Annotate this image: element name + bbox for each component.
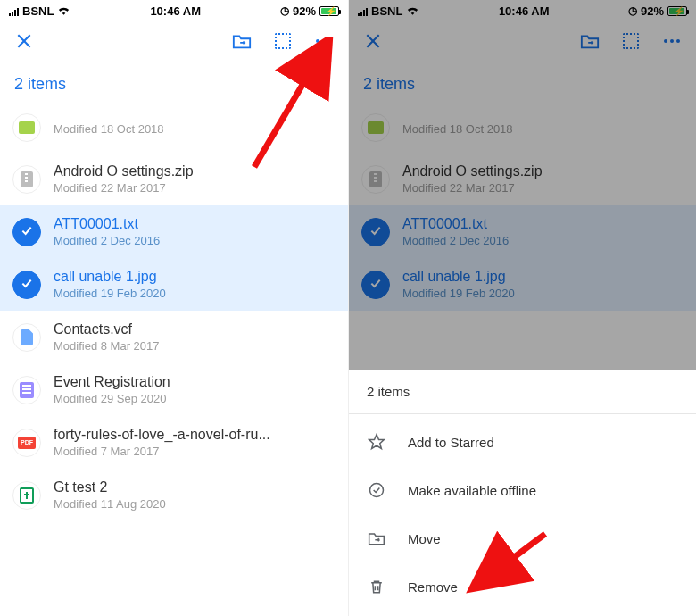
carrier-name: BSNL bbox=[22, 4, 54, 18]
file-name: Contacts.vcf bbox=[54, 321, 336, 337]
file-list: Modified 18 Oct 2018Android O settings.z… bbox=[349, 103, 696, 311]
file-row[interactable]: Modified 18 Oct 2018 bbox=[349, 103, 696, 153]
more-options-button[interactable] bbox=[660, 29, 684, 53]
file-name: Gt test 2 bbox=[54, 479, 336, 495]
file-icon bbox=[361, 271, 390, 299]
wifi-icon bbox=[57, 4, 70, 18]
file-row[interactable]: Gt test 2Modified 11 Aug 2020 bbox=[0, 469, 348, 521]
menu-item-remove[interactable]: Remove bbox=[349, 562, 696, 611]
file-modified: Modified 18 Oct 2018 bbox=[402, 122, 684, 136]
file-icon bbox=[12, 376, 41, 404]
signal-icon bbox=[9, 6, 19, 16]
select-all-button[interactable] bbox=[619, 29, 642, 53]
file-row[interactable]: Android O settings.zipModified 22 Mar 20… bbox=[349, 153, 696, 205]
battery-icon: ⚡ bbox=[667, 6, 687, 16]
file-modified: Modified 19 Feb 2020 bbox=[54, 287, 336, 300]
file-icon bbox=[361, 165, 390, 194]
signal-icon bbox=[358, 6, 368, 16]
clock: 10:46 AM bbox=[70, 4, 280, 18]
alarm-icon: ◷ bbox=[628, 4, 637, 17]
file-modified: Modified 11 Aug 2020 bbox=[54, 497, 336, 511]
file-modified: Modified 7 Mar 2017 bbox=[54, 445, 336, 458]
more-icon bbox=[316, 39, 332, 43]
menu-item-move[interactable]: Move bbox=[349, 514, 696, 562]
file-name: ATT00001.txt bbox=[402, 216, 684, 232]
move-to-folder-button[interactable] bbox=[578, 29, 601, 53]
file-row[interactable]: Event RegistrationModified 29 Sep 2020 bbox=[0, 363, 348, 416]
divider bbox=[349, 413, 696, 414]
selection-toolbar bbox=[349, 21, 696, 61]
file-icon bbox=[12, 218, 41, 246]
file-modified: Modified 22 Mar 2017 bbox=[402, 181, 684, 195]
context-menu-screen: BSNL 10:46 AM ◷ 92% ⚡ 2 items Modified 1… bbox=[348, 0, 696, 616]
file-row[interactable]: call unable 1.jpgModified 19 Feb 2020 bbox=[0, 258, 348, 311]
more-options-button[interactable] bbox=[312, 29, 336, 53]
file-icon bbox=[12, 323, 41, 352]
file-icon bbox=[361, 218, 390, 246]
file-row[interactable]: Contacts.vcfModified 8 Mar 2017 bbox=[0, 311, 348, 363]
file-name: Android O settings.zip bbox=[54, 163, 336, 179]
battery-percent: 92% bbox=[293, 4, 316, 18]
wifi-icon bbox=[406, 4, 419, 18]
file-modified: Modified 29 Sep 2020 bbox=[54, 392, 336, 405]
file-row[interactable]: ATT00001.txtModified 2 Dec 2016 bbox=[0, 205, 348, 258]
selection-count: 2 items bbox=[349, 61, 696, 103]
status-bar: BSNL 10:46 AM ◷ 92% ⚡ bbox=[349, 0, 696, 21]
file-list-screen: BSNL 10:46 AM ◷ 92% ⚡ 2 items Modified 1… bbox=[0, 0, 348, 616]
select-all-button[interactable] bbox=[271, 29, 294, 53]
folder-move-icon bbox=[367, 529, 386, 548]
file-modified: Modified 2 Dec 2016 bbox=[402, 234, 684, 247]
selection-count: 2 items bbox=[0, 61, 348, 103]
file-name: Event Registration bbox=[54, 374, 336, 390]
file-icon bbox=[12, 165, 41, 194]
menu-label: Move bbox=[408, 531, 441, 546]
file-modified: Modified 19 Feb 2020 bbox=[402, 287, 684, 300]
more-icon bbox=[664, 39, 680, 43]
sheet-header: 2 items bbox=[349, 370, 696, 413]
trash-icon bbox=[367, 577, 386, 596]
selection-toolbar bbox=[0, 21, 348, 61]
file-row[interactable]: ATT00001.txtModified 2 Dec 2016 bbox=[349, 205, 696, 258]
file-name: call unable 1.jpg bbox=[402, 269, 684, 285]
file-row[interactable]: Android O settings.zipModified 22 Mar 20… bbox=[0, 153, 348, 205]
file-modified: Modified 18 Oct 2018 bbox=[54, 122, 336, 136]
file-icon bbox=[12, 481, 41, 510]
svg-marker-6 bbox=[369, 435, 385, 449]
file-list[interactable]: Modified 18 Oct 2018Android O settings.z… bbox=[0, 103, 348, 521]
offline-icon bbox=[367, 480, 386, 500]
file-icon: PDF bbox=[12, 429, 41, 457]
star-icon bbox=[367, 432, 386, 452]
svg-point-7 bbox=[370, 484, 384, 497]
battery-icon: ⚡ bbox=[319, 6, 339, 16]
move-to-folder-button[interactable] bbox=[230, 29, 253, 53]
menu-label: Make available offline bbox=[408, 483, 536, 498]
menu-item-offline[interactable]: Make available offline bbox=[349, 466, 696, 514]
carrier-name: BSNL bbox=[371, 4, 402, 18]
file-modified: Modified 8 Mar 2017 bbox=[54, 339, 336, 353]
menu-label: Remove bbox=[408, 579, 458, 595]
file-modified: Modified 22 Mar 2017 bbox=[54, 181, 336, 195]
status-bar: BSNL 10:46 AM ◷ 92% ⚡ bbox=[0, 0, 348, 21]
file-row[interactable]: call unable 1.jpgModified 19 Feb 2020 bbox=[349, 258, 696, 311]
file-row[interactable]: Modified 18 Oct 2018 bbox=[0, 103, 348, 153]
close-button[interactable] bbox=[12, 29, 36, 53]
alarm-icon: ◷ bbox=[280, 4, 289, 17]
clock: 10:46 AM bbox=[419, 4, 628, 18]
file-name: Android O settings.zip bbox=[402, 163, 684, 179]
file-icon bbox=[12, 113, 41, 142]
file-name: ATT00001.txt bbox=[54, 216, 336, 232]
file-name: call unable 1.jpg bbox=[54, 269, 336, 285]
context-menu-sheet: 2 items Add to Starred Make available of… bbox=[349, 370, 696, 616]
battery-percent: 92% bbox=[641, 4, 664, 18]
file-icon bbox=[361, 113, 390, 142]
file-icon bbox=[12, 271, 41, 299]
menu-item-add-starred[interactable]: Add to Starred bbox=[349, 418, 696, 466]
file-name: forty-rules-of-love_-a-novel-of-ru... bbox=[54, 427, 336, 443]
menu-label: Add to Starred bbox=[408, 435, 494, 450]
file-modified: Modified 2 Dec 2016 bbox=[54, 234, 336, 247]
file-row[interactable]: PDFforty-rules-of-love_-a-novel-of-ru...… bbox=[0, 416, 348, 469]
close-button[interactable] bbox=[361, 29, 385, 53]
